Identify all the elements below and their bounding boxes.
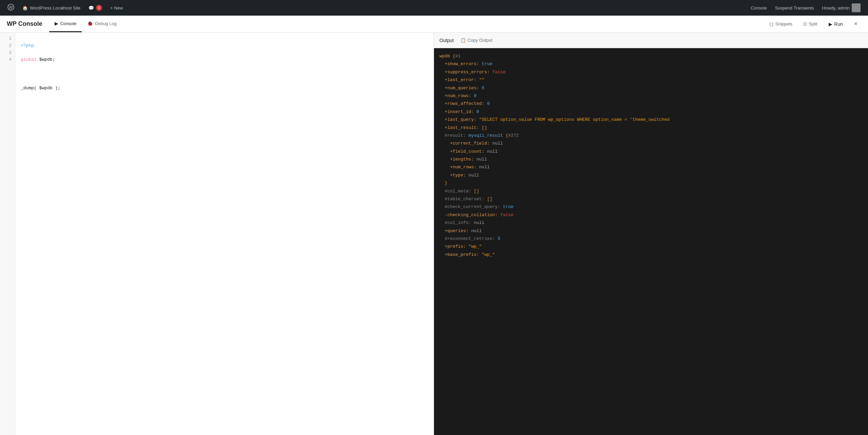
site-name: WordPress Localhost Site (30, 5, 80, 11)
out-line-19: #table_charset: [] (439, 195, 863, 203)
out-line-18: #col_meta: [] (439, 187, 863, 195)
howdy-item[interactable]: Howdy, admin (819, 0, 864, 16)
out-line-9: +last_query: "SELECT option_value FROM w… (439, 116, 863, 124)
plugin-header: WP Console ▶ Console 🐞 Debug Log {;} Sni… (0, 16, 868, 33)
avatar (852, 3, 861, 12)
out-line-23: +queries: null (439, 227, 863, 235)
out-line-4: +last_error: "" (439, 76, 863, 84)
out-line-16: +type: null (439, 171, 863, 179)
line-num-1: 1 (0, 35, 15, 42)
line-numbers: 1 2 3 4 (0, 33, 15, 435)
debug-log-tab-icon: 🐞 (87, 21, 93, 26)
split-icon: ⊡ (803, 21, 807, 26)
out-line-11: #result: mysqli_result {#272 (439, 132, 863, 139)
close-icon: × (854, 20, 858, 27)
split-label: Split (809, 21, 817, 26)
code-line-1: <?php (21, 42, 428, 50)
snippets-label: Snippets (775, 21, 792, 26)
snippets-button[interactable]: {;} Snippets (765, 19, 796, 29)
new-label: + New (110, 5, 123, 11)
run-icon: ▶ (829, 21, 832, 27)
tab-debug-log[interactable]: 🐞 Debug Log (82, 16, 122, 32)
editor-content[interactable]: 1 2 3 4 <?php global $wpdb; _dump( $wpdb… (0, 33, 434, 435)
out-line-12: +current_field: null (439, 139, 863, 147)
tab-bar: ▶ Console 🐞 Debug Log (49, 16, 122, 32)
snippets-icon: {;} (769, 21, 773, 26)
out-line-7: +rows_affected: 0 (439, 100, 863, 108)
out-line-6: +num_rows: 0 (439, 92, 863, 100)
console-adminbar-item[interactable]: Console (747, 0, 770, 16)
suspend-transients-label: Suspend Transients (775, 5, 814, 11)
out-line-15: +num_rows: null (439, 163, 863, 171)
split-button[interactable]: ⊡ Split (799, 19, 821, 29)
main-content: WP Console ▶ Console 🐞 Debug Log {;} Sni… (0, 16, 868, 435)
wp-logo-item[interactable]: W (4, 0, 18, 16)
out-line-25: +prefix: "wp_" (439, 243, 863, 250)
out-line-8: +insert_id: 0 (439, 108, 863, 116)
debug-log-tab-label: Debug Log (95, 21, 117, 26)
out-line-24: #reconnect_retries: 5 (439, 235, 863, 243)
site-name-item[interactable]: 🏠 WordPress Localhost Site (19, 0, 84, 16)
out-line-22: #col_info: null (439, 219, 863, 227)
wp-logo-icon: W (7, 4, 14, 12)
code-editor[interactable]: <?php global $wpdb; _dump( $wpdb ); (15, 33, 434, 435)
editor-pane: 1 2 3 4 <?php global $wpdb; _dump( $wpdb… (0, 33, 434, 435)
run-label: Run (834, 21, 843, 27)
header-actions: {;} Snippets ⊡ Split ▶ Run × (765, 19, 861, 30)
out-line-14: +lengths: null (439, 155, 863, 163)
output-label: Output (439, 38, 454, 43)
comments-icon: 💬 (88, 5, 94, 11)
howdy-label: Howdy, admin (822, 5, 850, 11)
comments-item[interactable]: 💬 0 (85, 0, 105, 16)
plugin-title: WP Console (7, 20, 42, 27)
comments-count: 0 (96, 5, 102, 11)
line-num-2: 2 (0, 42, 15, 50)
output-pane: Output 📋 Copy Output wpdb {#1 +show_erro… (434, 33, 868, 435)
out-line-1: wpdb {#1 (439, 52, 863, 60)
code-area: 1 2 3 4 <?php global $wpdb; _dump( $wpdb… (0, 33, 868, 435)
admin-bar: W 🏠 WordPress Localhost Site 💬 0 + New C… (0, 0, 868, 16)
new-content-item[interactable]: + New (107, 0, 126, 16)
out-line-26: +base_prefix: "wp_" (439, 251, 863, 259)
output-header: Output 📋 Copy Output (434, 33, 868, 48)
output-content[interactable]: wpdb {#1 +show_errors: true +suppress_er… (434, 48, 868, 435)
out-line-10: +last_result: [] (439, 124, 863, 132)
line-num-4: 4 (0, 56, 15, 63)
copy-output-label: Copy Output (468, 38, 492, 43)
run-button[interactable]: ▶ Run (824, 19, 848, 29)
close-button[interactable]: × (850, 19, 861, 30)
out-line-21: -checking_collation: false (439, 211, 863, 219)
code-line-4: _dump( $wpdb ); (21, 85, 428, 92)
suspend-transients-item[interactable]: Suspend Transients (772, 0, 817, 16)
home-icon: 🏠 (22, 5, 28, 11)
out-line-5: +num_queries: 6 (439, 84, 863, 92)
out-line-13: +field_count: null (439, 148, 863, 155)
console-label: Console (751, 5, 767, 11)
copy-output-button[interactable]: 📋 Copy Output (458, 36, 495, 44)
code-line-2: global $wpdb; (21, 56, 428, 63)
out-line-3: +suppress_errors: false (439, 68, 863, 76)
copy-icon: 📋 (460, 38, 466, 43)
code-line-3 (21, 71, 428, 78)
tab-console[interactable]: ▶ Console (49, 16, 82, 32)
out-line-2: +show_errors: true (439, 60, 863, 68)
svg-text:W: W (9, 5, 13, 10)
console-tab-icon: ▶ (55, 21, 58, 26)
console-tab-label: Console (60, 21, 77, 26)
out-line-17: } (439, 179, 863, 187)
line-num-3: 3 (0, 50, 15, 57)
out-line-20: #check_current_query: true (439, 203, 863, 211)
